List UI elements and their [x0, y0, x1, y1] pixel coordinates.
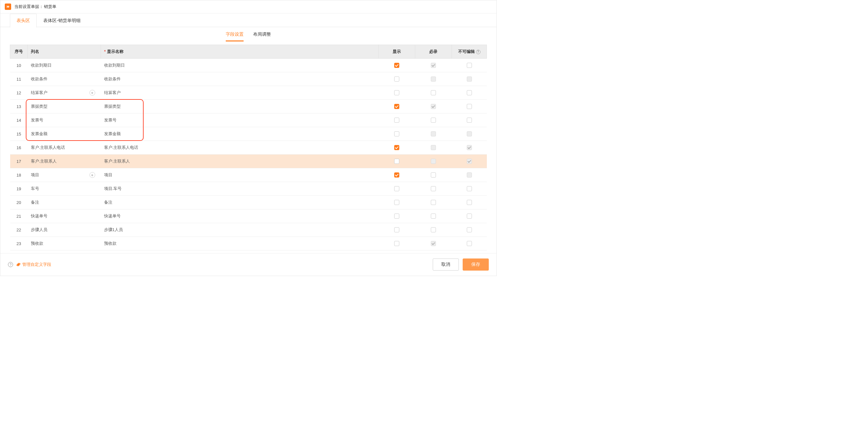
cell-seq: 11 — [10, 73, 28, 86]
cell-display-name[interactable]: 客户.主联系人 — [101, 154, 379, 168]
checkbox-required[interactable] — [431, 227, 436, 232]
checkbox-required[interactable] — [431, 200, 436, 205]
checkbox-readonly[interactable] — [467, 186, 472, 191]
checkbox-readonly[interactable] — [467, 241, 472, 246]
cell-readonly — [452, 113, 487, 127]
cell-display-name[interactable]: 项目.车号 — [101, 182, 379, 196]
cell-display-name[interactable]: 收款条件 — [101, 73, 379, 86]
cell-required — [415, 168, 452, 182]
checkbox-required[interactable] — [431, 186, 436, 191]
cell-show — [379, 100, 415, 113]
cell-display-name[interactable]: 结算客户 — [101, 86, 379, 100]
tab-1[interactable]: 表体区-销货单明细 — [37, 14, 87, 27]
subtab-0[interactable]: 字段设置 — [226, 32, 244, 41]
cell-show — [379, 209, 415, 223]
required-star-icon: * — [104, 49, 106, 54]
checkbox-required[interactable] — [431, 213, 436, 219]
checkbox-show[interactable] — [394, 159, 399, 164]
cell-display-name[interactable]: 票据类型 — [101, 100, 379, 113]
info-icon[interactable]: ? — [476, 50, 480, 54]
header-title-prefix: 当前设置单据： — [14, 4, 43, 9]
cell-display-name[interactable]: 客户.主联系人电话 — [101, 141, 379, 154]
cell-required — [415, 196, 452, 209]
table-row: 15发票金额发票金额 — [10, 127, 487, 141]
table-row: 22步骤人员步骤1人员 — [10, 223, 487, 237]
checkbox-readonly[interactable] — [467, 104, 472, 109]
cell-display-name[interactable]: 步骤1人员 — [101, 223, 379, 237]
field-name-label: 车号 — [31, 186, 39, 191]
field-name-label: 步骤人员 — [31, 227, 48, 232]
cell-seq: 19 — [10, 182, 28, 196]
add-child-button[interactable]: + — [90, 90, 95, 96]
cell-required — [415, 86, 452, 100]
cell-show — [379, 223, 415, 237]
checkbox-show[interactable] — [394, 186, 399, 191]
cell-name: 客户.主联系人 — [28, 154, 101, 168]
checkbox-required[interactable] — [431, 90, 436, 95]
cell-display-name[interactable]: 项目 — [101, 168, 379, 182]
checkbox-show[interactable] — [394, 200, 399, 205]
header-doc-name: 销货单 — [44, 4, 56, 9]
help-icon[interactable]: ? — [8, 262, 13, 267]
checkbox-readonly — [467, 172, 472, 177]
manage-custom-fields-link[interactable]: 管理自定义字段 — [16, 262, 51, 267]
table-row: 21快递单号快递单号 — [10, 209, 487, 223]
checkbox-readonly[interactable] — [467, 118, 472, 123]
col-display-header: *显示名称 — [101, 45, 379, 59]
cell-required — [415, 73, 452, 86]
add-child-button[interactable]: + — [90, 172, 95, 178]
checkbox-show[interactable] — [394, 77, 399, 82]
cell-display-name[interactable]: 备注 — [101, 196, 379, 209]
checkbox-show[interactable] — [394, 145, 399, 150]
cell-required — [415, 237, 452, 251]
col-required-header: 必录 — [415, 45, 452, 59]
checkbox-show[interactable] — [394, 131, 399, 136]
field-name-label: 票据类型 — [31, 104, 48, 109]
checkbox-required[interactable] — [431, 118, 436, 123]
checkbox-show[interactable] — [394, 227, 399, 232]
footer-bar: ? 管理自定义字段 取消 保存 — [0, 253, 496, 276]
checkbox-readonly[interactable] — [467, 200, 472, 205]
subtab-1[interactable]: 布局调整 — [253, 32, 271, 41]
collapse-toggle[interactable] — [5, 3, 11, 10]
cell-required — [415, 182, 452, 196]
save-button[interactable]: 保存 — [463, 258, 489, 270]
cell-readonly — [452, 223, 487, 237]
cell-display-name[interactable]: 快递单号 — [101, 209, 379, 223]
checkbox-show[interactable] — [394, 104, 399, 109]
checkbox-readonly — [467, 145, 472, 150]
cell-display-name[interactable]: 收款到期日 — [101, 59, 379, 73]
field-name-label: 收款条件 — [31, 77, 48, 81]
cell-display-name[interactable]: 发票号 — [101, 113, 379, 127]
cancel-button[interactable]: 取消 — [433, 258, 459, 270]
col-seq-header: 序号 — [10, 45, 28, 59]
table-body: 10收款到期日收款到期日11收款条件收款条件12结算客户+结算客户13票据类型票… — [10, 59, 487, 251]
checkbox-required[interactable] — [431, 172, 436, 177]
checkbox-readonly[interactable] — [467, 227, 472, 232]
checkbox-readonly[interactable] — [467, 213, 472, 219]
checkbox-show[interactable] — [394, 172, 399, 177]
cell-display-name[interactable]: 发票金额 — [101, 127, 379, 141]
cell-display-name[interactable]: 预收款 — [101, 237, 379, 251]
checkbox-readonly[interactable] — [467, 63, 472, 68]
cell-required — [415, 141, 452, 154]
cell-seq: 23 — [10, 237, 28, 251]
field-table-wrap: 序号 列名 *显示名称 显示 必录 不可编辑? 10收款到期日收款到期日11收款… — [0, 41, 496, 251]
checkbox-show[interactable] — [394, 118, 399, 123]
chevron-right-double-icon — [6, 5, 10, 9]
table-row: 18项目+项目 — [10, 168, 487, 182]
field-name-label: 客户.主联系人电话 — [31, 145, 65, 150]
cell-required — [415, 209, 452, 223]
checkbox-readonly — [467, 159, 472, 164]
tab-0[interactable]: 表头区 — [10, 14, 37, 27]
cell-seq: 21 — [10, 209, 28, 223]
sub-tabs: 字段设置布局调整 — [0, 27, 496, 41]
cell-required — [415, 127, 452, 141]
checkbox-show[interactable] — [394, 213, 399, 219]
checkbox-show[interactable] — [394, 63, 399, 68]
cell-name: 收款条件 — [28, 73, 101, 86]
checkbox-show[interactable] — [394, 241, 399, 246]
checkbox-show[interactable] — [394, 90, 399, 95]
checkbox-readonly[interactable] — [467, 90, 472, 95]
checkbox-required — [431, 145, 436, 150]
